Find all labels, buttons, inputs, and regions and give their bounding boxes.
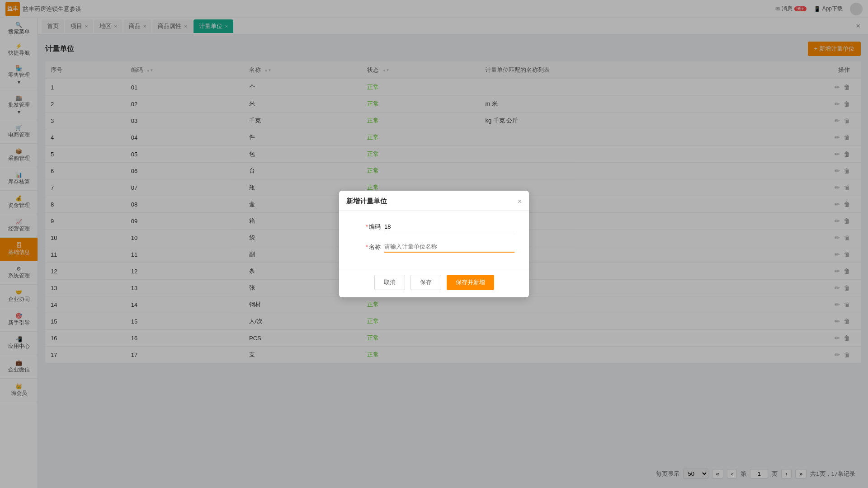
code-input[interactable] xyxy=(384,221,514,232)
dialog-title: 新增计量单位 xyxy=(346,197,387,206)
form-row-name: 名称 xyxy=(354,241,514,253)
save-new-button[interactable]: 保存并新增 xyxy=(447,275,494,290)
dialog-overlay[interactable]: 新增计量单位 × 编码 名称 取消 保存 保存并新增 xyxy=(0,0,868,488)
add-unit-dialog: 新增计量单位 × 编码 名称 取消 保存 保存并新增 xyxy=(339,191,529,297)
form-row-code: 编码 xyxy=(354,221,514,232)
dialog-header: 新增计量单位 × xyxy=(339,191,529,211)
name-label: 名称 xyxy=(354,243,381,251)
dialog-body: 编码 名称 xyxy=(339,211,529,269)
dialog-footer: 取消 保存 保存并新增 xyxy=(339,269,529,297)
code-label: 编码 xyxy=(354,223,381,231)
name-input[interactable] xyxy=(384,241,514,253)
cancel-button[interactable]: 取消 xyxy=(374,275,405,290)
dialog-close-button[interactable]: × xyxy=(518,197,522,206)
save-button[interactable]: 保存 xyxy=(410,275,441,290)
